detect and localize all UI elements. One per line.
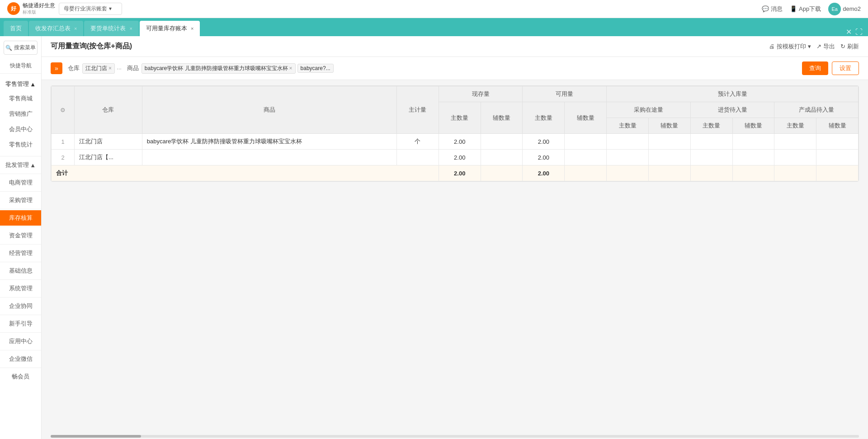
top-bar-left: 好 畅捷通好生意 标准版 母婴行业演示账套 ▾ bbox=[7, 2, 122, 15]
sidebar-divider-5 bbox=[0, 209, 41, 209]
user-menu[interactable]: Ea demo2 bbox=[828, 3, 861, 15]
app-icon: 📱 bbox=[790, 5, 797, 12]
col-product-header: 商品 bbox=[142, 86, 396, 134]
settings-btn[interactable]: 设置 bbox=[832, 61, 859, 75]
row-1-incoming-main bbox=[690, 134, 732, 150]
row-2-stock-main: 2.00 bbox=[439, 150, 481, 165]
tab-yaohuo-close[interactable]: × bbox=[129, 26, 132, 31]
sidebar-item-qiye[interactable]: 企业协同 bbox=[0, 298, 41, 314]
sidebar-divider-10 bbox=[0, 297, 41, 297]
tab-yaohuo[interactable]: 要货单统计表 × bbox=[84, 21, 138, 36]
warehouse-tag-remove-0[interactable]: × bbox=[108, 65, 112, 71]
scroll-thumb[interactable] bbox=[51, 435, 141, 438]
quick-nav-btn[interactable]: 快捷导航 bbox=[0, 59, 41, 72]
quick-nav-label: 快捷导航 bbox=[10, 62, 32, 69]
col-production-aux-header: 辅数量 bbox=[816, 118, 859, 134]
col-available-aux-header: 辅数量 bbox=[565, 102, 607, 134]
product-tag-text-1: babycare?... bbox=[301, 65, 330, 71]
warehouse-tag-0[interactable]: 江北门店 × bbox=[82, 63, 115, 74]
top-bar: 好 畅捷通好生意 标准版 母婴行业演示账套 ▾ 💬 消息 📱 App下载 Ea … bbox=[0, 0, 868, 18]
sidebar-item-xinshou[interactable]: 新手引导 bbox=[0, 316, 41, 331]
row-1-production-main bbox=[774, 134, 816, 150]
search-menu-label: 搜索菜单 bbox=[14, 44, 36, 52]
tab-shoufacun-close[interactable]: × bbox=[74, 26, 77, 31]
sidebar-item-dianshang[interactable]: 电商管理 bbox=[0, 175, 41, 190]
product-tag-text-0: babycare学饮杯 儿童防摔防撞吸管杯重力球吸嘴杯宝宝水杯 bbox=[145, 65, 288, 72]
row-1-purchase-main bbox=[607, 134, 649, 150]
row-1-available-main: 2.00 bbox=[523, 134, 565, 150]
sidebar-item-kucun[interactable]: 库存核算 bbox=[0, 210, 41, 226]
tab-keyong-close[interactable]: × bbox=[191, 26, 193, 31]
row-2-unit bbox=[397, 150, 439, 165]
sidebar-item-tongji[interactable]: 零售统计 bbox=[0, 137, 41, 152]
logo-icon: 好 bbox=[7, 2, 20, 15]
sidebar-divider-13 bbox=[0, 350, 41, 350]
app-download-btn[interactable]: 📱 App下载 bbox=[790, 5, 821, 13]
sidebar-divider-3 bbox=[0, 174, 41, 174]
sidebar-item-huiyuan[interactable]: 会员中心 bbox=[0, 122, 41, 137]
tab-home[interactable]: 首页 bbox=[4, 21, 28, 36]
content-area: 可用量查询(按仓库+商品) 🖨 按模板打印 ▾ ↗ 导出 ↻ 刷新 » bbox=[42, 36, 868, 439]
row-2-index: 2 bbox=[52, 150, 75, 165]
query-btn[interactable]: 查询 bbox=[802, 61, 828, 75]
col-purchase-aux-header: 辅数量 bbox=[648, 118, 690, 134]
row-1-warehouse: 江北门店 bbox=[75, 134, 142, 150]
sidebar-item-yingyong[interactable]: 应用中心 bbox=[0, 334, 41, 349]
export-icon: ↗ bbox=[816, 43, 821, 50]
search-menu-btn[interactable]: 🔍 搜索菜单 bbox=[4, 41, 38, 55]
row-1-index: 1 bbox=[52, 134, 75, 150]
logo-text: 畅捷通好生意 bbox=[23, 2, 55, 9]
sidebar-item-jingying[interactable]: 经营管理 bbox=[0, 245, 41, 261]
refresh-btn[interactable]: ↻ 刷新 bbox=[840, 42, 859, 51]
message-label: 消息 bbox=[771, 5, 783, 13]
org-dropdown-icon: ▾ bbox=[109, 5, 112, 12]
col-incoming-aux-header: 辅数量 bbox=[732, 118, 774, 134]
warehouse-filter-label: 仓库 bbox=[68, 64, 80, 72]
product-tag-1[interactable]: babycare?... bbox=[297, 64, 334, 73]
sidebar-item-yingxiao[interactable]: 营销推广 bbox=[0, 106, 41, 122]
scroll-track[interactable] bbox=[51, 435, 859, 438]
export-btn[interactable]: ↗ 导出 bbox=[816, 42, 835, 51]
nav-fullscreen-btn[interactable]: ⛶ bbox=[855, 28, 863, 36]
sidebar-search-area: 🔍 搜索菜单 bbox=[0, 36, 41, 59]
refresh-icon: ↻ bbox=[840, 43, 845, 50]
col-stock-main-header: 主数量 bbox=[439, 102, 481, 134]
product-tag-0[interactable]: babycare学饮杯 儿童防摔防撞吸管杯重力球吸嘴杯宝宝水杯 × bbox=[142, 63, 296, 74]
sidebar-item-caigou[interactable]: 采购管理 bbox=[0, 193, 41, 208]
export-label: 导出 bbox=[823, 42, 835, 51]
sidebar-item-zijin[interactable]: 资金管理 bbox=[0, 228, 41, 243]
col-production-main-header: 主数量 bbox=[774, 118, 816, 134]
table-footer-row: 合计 2.00 2.00 bbox=[52, 165, 859, 181]
tab-shoufacun[interactable]: 收发存汇总表 × bbox=[29, 21, 83, 36]
sidebar-item-xitong[interactable]: 系统管理 bbox=[0, 281, 41, 296]
col-gear[interactable]: ⚙ bbox=[52, 86, 75, 134]
row-2-stock-aux bbox=[481, 150, 523, 165]
nav-close-all-btn[interactable]: ✕ bbox=[846, 28, 852, 36]
sidebar-item-shangcheng[interactable]: 零售商城 bbox=[0, 91, 41, 106]
nav-tab-actions: ✕ ⛶ bbox=[846, 28, 868, 36]
row-1-stock-aux bbox=[481, 134, 523, 150]
row-2-production-aux bbox=[816, 150, 859, 165]
org-selector[interactable]: 母婴行业演示账套 ▾ bbox=[59, 3, 122, 15]
print-btn[interactable]: 🖨 按模板打印 ▾ bbox=[769, 42, 811, 51]
sidebar: 🔍 搜索菜单 快捷导航 零售管理 ▲ 零售商城 营销推广 会员中心 零售统计 bbox=[0, 36, 42, 439]
print-icon: 🖨 bbox=[769, 43, 775, 50]
sidebar-item-lingxiao[interactable]: 零售管理 ▲ bbox=[0, 77, 41, 91]
sidebar-item-jichu[interactable]: 基础信息 bbox=[0, 263, 41, 279]
filter-expand-btn[interactable]: » bbox=[51, 62, 62, 74]
filter-actions: 查询 设置 bbox=[802, 61, 859, 75]
sidebar-divider-6 bbox=[0, 227, 41, 227]
row-1-product: babycare学饮杯 儿童防摔防撞吸管杯重力球吸嘴杯宝宝水杯 bbox=[142, 134, 396, 150]
footer-label: 合计 bbox=[52, 165, 439, 181]
warehouse-filter-more[interactable]: ··· bbox=[117, 65, 122, 72]
footer-purchase-aux bbox=[648, 165, 690, 181]
gear-icon[interactable]: ⚙ bbox=[60, 107, 66, 113]
tab-keyong[interactable]: 可用量库存账本 × bbox=[140, 21, 200, 36]
sidebar-item-qiyeweixin[interactable]: 企业微信 bbox=[0, 351, 41, 367]
sidebar-item-pifa[interactable]: 批发管理 ▲ bbox=[0, 157, 41, 173]
sidebar-divider-14 bbox=[0, 368, 41, 368]
message-btn[interactable]: 💬 消息 bbox=[762, 5, 783, 13]
sidebar-item-changyuan[interactable]: 畅会员 bbox=[0, 369, 41, 384]
product-tags: babycare学饮杯 儿童防摔防撞吸管杯重力球吸嘴杯宝宝水杯 × babyca… bbox=[142, 63, 334, 74]
product-tag-remove-0[interactable]: × bbox=[289, 65, 292, 71]
